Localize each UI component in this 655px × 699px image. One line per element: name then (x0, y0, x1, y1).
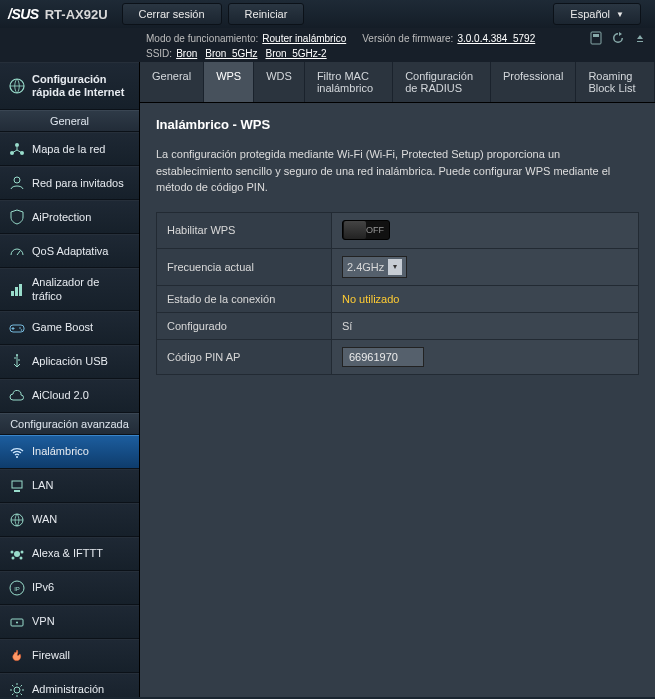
tab-wps[interactable]: WPS (204, 62, 254, 102)
sidebar-item-label: LAN (32, 479, 131, 492)
sidebar-item-game-boost[interactable]: Game Boost (0, 311, 139, 345)
ssid-2: Bron_5GHz (205, 48, 257, 59)
page-title: Inalámbrico - WPS (156, 117, 639, 132)
language-dropdown[interactable]: Español ▼ (553, 3, 641, 25)
chevron-down-icon: ▼ (616, 10, 624, 19)
sidebar-item-label: Configuración rápida de Internet (32, 73, 131, 99)
svg-rect-7 (11, 291, 14, 296)
sidebar-heading-general: General (0, 110, 139, 132)
sidebar-item-label: IPv6 (32, 581, 131, 594)
svg-point-14 (16, 456, 18, 458)
svg-point-3 (15, 143, 19, 147)
wan-globe-icon (8, 511, 26, 529)
sidebar-item-label: WAN (32, 513, 131, 526)
toggle-knob (344, 221, 366, 239)
sidebar-item-aiprotection[interactable]: AiProtection (0, 200, 139, 234)
svg-rect-8 (15, 287, 18, 296)
sidebar-item-qos[interactable]: QoS Adaptativa (0, 234, 139, 268)
ipv6-icon: IP (8, 579, 26, 597)
app-icon[interactable] (589, 31, 603, 45)
sidebar-item-wan[interactable]: WAN (0, 503, 139, 537)
svg-point-19 (11, 550, 14, 553)
frequency-value: 2.4GHz (347, 261, 384, 273)
svg-rect-0 (591, 32, 601, 44)
tab-professional[interactable]: Professional (491, 62, 577, 102)
tab-general[interactable]: General (140, 62, 204, 102)
sidebar-item-label: Firewall (32, 649, 131, 662)
language-label: Español (570, 8, 610, 20)
sidebar-item-label: Game Boost (32, 321, 131, 334)
sidebar-item-lan[interactable]: LAN (0, 469, 139, 503)
toggle-state-label: OFF (366, 225, 384, 235)
vpn-icon (8, 613, 26, 631)
sidebar-item-traffic-analyzer[interactable]: Analizador de tráfico (0, 268, 139, 310)
ap-pin-input[interactable] (342, 347, 424, 367)
svg-point-12 (21, 329, 23, 331)
sidebar-item-label: Administración (32, 683, 131, 696)
sidebar-item-label: Mapa de la red (32, 143, 131, 156)
fw-label: Versión de firmware: (362, 33, 453, 44)
gear-icon (8, 681, 26, 697)
sidebar-item-aicloud[interactable]: AiCloud 2.0 (0, 379, 139, 413)
reboot-button[interactable]: Reiniciar (228, 3, 305, 25)
guest-network-icon (8, 174, 26, 192)
svg-rect-9 (19, 284, 22, 296)
tab-bar: General WPS WDS Filtro MAC inalámbrico C… (140, 62, 655, 103)
fw-value[interactable]: 3.0.0.4.384_5792 (457, 33, 535, 44)
sidebar-item-label: Aplicación USB (32, 355, 131, 368)
refresh-icon[interactable] (611, 31, 625, 45)
sidebar-item-label: QoS Adaptativa (32, 245, 131, 258)
chart-icon (8, 281, 26, 299)
sidebar-item-label: VPN (32, 615, 131, 628)
sidebar-item-network-map[interactable]: Mapa de la red (0, 132, 139, 166)
sidebar-item-wireless[interactable]: Inalámbrico (0, 435, 139, 469)
sidebar-item-quick-setup[interactable]: Configuración rápida de Internet (0, 62, 139, 110)
gauge-icon (8, 242, 26, 260)
sidebar-item-vpn[interactable]: VPN (0, 605, 139, 639)
svg-rect-15 (12, 481, 22, 488)
mode-value[interactable]: Router inalámbrico (262, 33, 346, 44)
logout-button[interactable]: Cerrar sesión (122, 3, 222, 25)
svg-point-13 (16, 354, 18, 356)
usb-icon (8, 353, 26, 371)
brand-logo: /SUS (8, 6, 39, 22)
sidebar-item-label: AiCloud 2.0 (32, 389, 131, 402)
sidebar-item-usb-app[interactable]: Aplicación USB (0, 345, 139, 379)
tab-radius[interactable]: Configuración de RADIUS (393, 62, 491, 102)
frequency-select[interactable]: 2.4GHz ▾ (342, 256, 407, 278)
svg-point-26 (16, 621, 18, 623)
configured-value: Sí (332, 312, 639, 339)
model-name: RT-AX92U (45, 7, 108, 22)
svg-point-20 (21, 550, 24, 553)
gamepad-icon (8, 319, 26, 337)
lan-icon (8, 477, 26, 495)
svg-rect-1 (593, 34, 599, 37)
ssid-3: Bron_5GHz-2 (266, 48, 327, 59)
svg-point-21 (12, 556, 15, 559)
field-label-frequency: Frecuencia actual (157, 248, 332, 285)
page-description: La configuración protegida mediante Wi-F… (156, 146, 639, 196)
wifi-icon (8, 443, 26, 461)
connection-state-value: No utilizado (342, 293, 399, 305)
enable-wps-toggle[interactable]: OFF (342, 220, 390, 240)
globe-gear-icon (8, 77, 26, 95)
sidebar-item-guest-network[interactable]: Red para invitados (0, 166, 139, 200)
svg-point-11 (19, 327, 21, 329)
sidebar-item-label: Alexa & IFTTT (32, 547, 131, 560)
field-label-enable-wps: Habilitar WPS (157, 212, 332, 248)
sidebar-item-label: Inalámbrico (32, 445, 131, 458)
sidebar-item-administration[interactable]: Administración (0, 673, 139, 697)
sidebar: Configuración rápida de Internet General… (0, 62, 140, 697)
shield-icon (8, 208, 26, 226)
svg-point-18 (14, 551, 20, 557)
sidebar-item-label: AiProtection (32, 211, 131, 224)
tab-wds[interactable]: WDS (254, 62, 305, 102)
sidebar-item-alexa-ifttt[interactable]: Alexa & IFTTT (0, 537, 139, 571)
sidebar-item-firewall[interactable]: Firewall (0, 639, 139, 673)
usb-eject-icon[interactable] (633, 31, 647, 45)
tab-roaming-block[interactable]: Roaming Block List (576, 62, 655, 102)
svg-point-6 (14, 177, 20, 183)
sidebar-item-label: Analizador de tráfico (32, 276, 131, 302)
sidebar-item-ipv6[interactable]: IPIPv6 (0, 571, 139, 605)
tab-mac-filter[interactable]: Filtro MAC inalámbrico (305, 62, 393, 102)
